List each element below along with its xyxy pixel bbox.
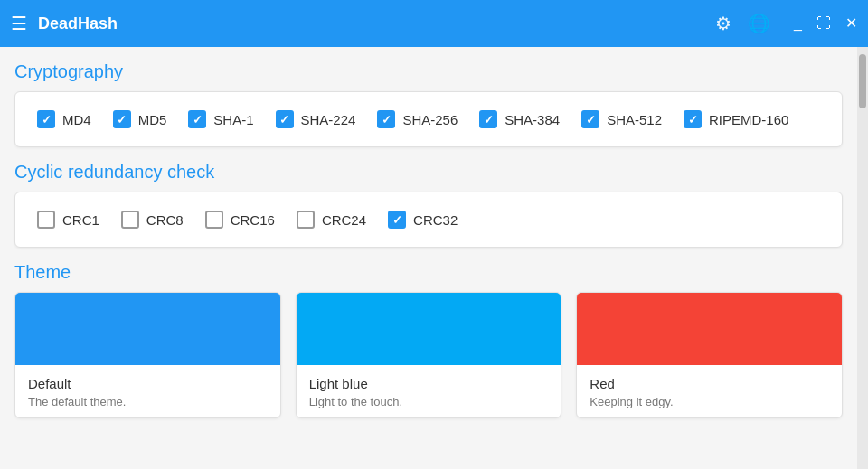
theme-name-default: Default <box>28 376 268 391</box>
checkbox-box-crc1[interactable] <box>37 211 55 229</box>
titlebar: ☰ DeadHash ⚙ 🌐 _ ⛶ ✕ <box>0 0 868 47</box>
checkbox-label-ripemd160: RIPEMD-160 <box>709 112 788 127</box>
checkbox-label-md5: MD5 <box>138 112 167 127</box>
checkbox-crc8[interactable]: CRC8 <box>121 211 184 229</box>
theme-color-default <box>15 293 280 365</box>
main-content: Cryptography ✓ MD4 ✓ MD5 ✓ SHA-1 ✓ SHA-2… <box>0 47 857 469</box>
checkbox-box-sha256[interactable]: ✓ <box>377 110 395 128</box>
settings-icon[interactable]: ⚙ <box>715 13 731 34</box>
close-button[interactable]: ✕ <box>845 16 857 31</box>
checkbox-box-crc8[interactable] <box>121 211 139 229</box>
checkbox-label-sha224: SHA-224 <box>301 112 356 127</box>
check-mark: ✓ <box>117 114 127 126</box>
checkbox-sha1[interactable]: ✓ SHA-1 <box>188 110 253 128</box>
theme-color-light-blue <box>297 293 561 365</box>
check-mark: ✓ <box>42 114 52 126</box>
app-title: DeadHash <box>38 14 715 33</box>
checkbox-label-sha512: SHA-512 <box>607 112 662 127</box>
theme-card-red[interactable]: Red Keeping it edgy. <box>576 292 843 418</box>
checkbox-crc32[interactable]: ✓ CRC32 <box>388 211 458 229</box>
cryptography-checkbox-row: ✓ MD4 ✓ MD5 ✓ SHA-1 ✓ SHA-224 ✓ SHA-256 … <box>37 110 820 128</box>
checkbox-sha512[interactable]: ✓ SHA-512 <box>581 110 662 128</box>
checkbox-label-crc1: CRC1 <box>62 212 99 228</box>
titlebar-controls: ⚙ 🌐 _ ⛶ ✕ <box>715 13 857 34</box>
theme-card-default[interactable]: Default The default theme. <box>14 292 281 418</box>
checkbox-sha256[interactable]: ✓ SHA-256 <box>377 110 458 128</box>
checkbox-box-sha224[interactable]: ✓ <box>276 110 294 128</box>
theme-info-red: Red Keeping it edgy. <box>577 365 842 417</box>
scrollbar-thumb[interactable] <box>859 54 866 108</box>
cryptography-section: Cryptography ✓ MD4 ✓ MD5 ✓ SHA-1 ✓ SHA-2… <box>14 61 843 147</box>
crc-section: Cyclic redundancy check CRC1 CRC8 CRC16 … <box>14 162 843 248</box>
checkbox-box-crc16[interactable] <box>205 211 223 229</box>
check-mark: ✓ <box>382 114 392 126</box>
checkbox-crc24[interactable]: CRC24 <box>297 211 366 229</box>
minimize-button[interactable]: _ <box>794 16 802 31</box>
checkbox-sha384[interactable]: ✓ SHA-384 <box>479 110 560 128</box>
checkbox-label-sha384: SHA-384 <box>505 112 560 127</box>
window-controls: _ ⛶ ✕ <box>794 16 857 31</box>
check-mark: ✓ <box>392 214 402 226</box>
check-mark: ✓ <box>193 114 203 126</box>
checkbox-md4[interactable]: ✓ MD4 <box>37 110 91 128</box>
theme-info-default: Default The default theme. <box>15 365 280 417</box>
cryptography-title: Cryptography <box>14 61 843 82</box>
checkbox-label-sha256: SHA-256 <box>402 112 458 127</box>
theme-desc-default: The default theme. <box>28 395 268 408</box>
theme-color-red <box>577 293 842 365</box>
checkbox-label-crc24: CRC24 <box>322 212 366 228</box>
check-mark: ✓ <box>688 114 698 126</box>
maximize-button[interactable]: ⛶ <box>816 16 831 31</box>
checkbox-box-sha384[interactable]: ✓ <box>479 110 497 128</box>
cryptography-card: ✓ MD4 ✓ MD5 ✓ SHA-1 ✓ SHA-224 ✓ SHA-256 … <box>14 91 843 147</box>
checkbox-crc16[interactable]: CRC16 <box>205 211 275 229</box>
checkbox-box-crc24[interactable] <box>297 211 315 229</box>
menu-icon[interactable]: ☰ <box>11 14 27 33</box>
checkbox-ripemd160[interactable]: ✓ RIPEMD-160 <box>684 110 788 128</box>
checkbox-label-sha1: SHA-1 <box>213 112 253 127</box>
checkbox-box-md4[interactable]: ✓ <box>37 110 55 128</box>
checkbox-label-crc16: CRC16 <box>231 212 275 228</box>
checkbox-sha224[interactable]: ✓ SHA-224 <box>276 110 356 128</box>
crc-checkbox-row: CRC1 CRC8 CRC16 CRC24 ✓ CRC32 <box>37 211 820 229</box>
checkbox-box-md5[interactable]: ✓ <box>113 110 131 128</box>
check-mark: ✓ <box>586 114 596 126</box>
checkbox-box-sha512[interactable]: ✓ <box>581 110 599 128</box>
checkbox-box-sha1[interactable]: ✓ <box>188 110 206 128</box>
scrollbar-track[interactable] <box>857 47 868 469</box>
checkbox-crc1[interactable]: CRC1 <box>37 211 99 229</box>
checkbox-md5[interactable]: ✓ MD5 <box>113 110 167 128</box>
checkbox-label-crc8: CRC8 <box>146 212 184 228</box>
checkbox-label-md4: MD4 <box>62 112 91 127</box>
check-mark: ✓ <box>279 114 289 126</box>
theme-cards-container: Default The default theme. Light blue Li… <box>14 292 843 418</box>
theme-desc-light-blue: Light to the touch. <box>309 395 549 408</box>
globe-icon[interactable]: 🌐 <box>748 13 770 34</box>
crc-title: Cyclic redundancy check <box>14 162 843 183</box>
theme-card-light-blue[interactable]: Light blue Light to the touch. <box>296 292 562 418</box>
checkbox-box-ripemd160[interactable]: ✓ <box>684 110 702 128</box>
theme-name-light-blue: Light blue <box>309 376 549 391</box>
crc-card: CRC1 CRC8 CRC16 CRC24 ✓ CRC32 <box>14 192 843 248</box>
theme-section: Theme Default The default theme. Light b… <box>14 262 843 418</box>
check-mark: ✓ <box>484 114 494 126</box>
theme-name-red: Red <box>590 376 829 391</box>
theme-desc-red: Keeping it edgy. <box>590 395 829 408</box>
checkbox-box-crc32[interactable]: ✓ <box>388 211 406 229</box>
theme-info-light-blue: Light blue Light to the touch. <box>297 365 561 417</box>
theme-title: Theme <box>14 262 843 283</box>
checkbox-label-crc32: CRC32 <box>413 212 458 228</box>
